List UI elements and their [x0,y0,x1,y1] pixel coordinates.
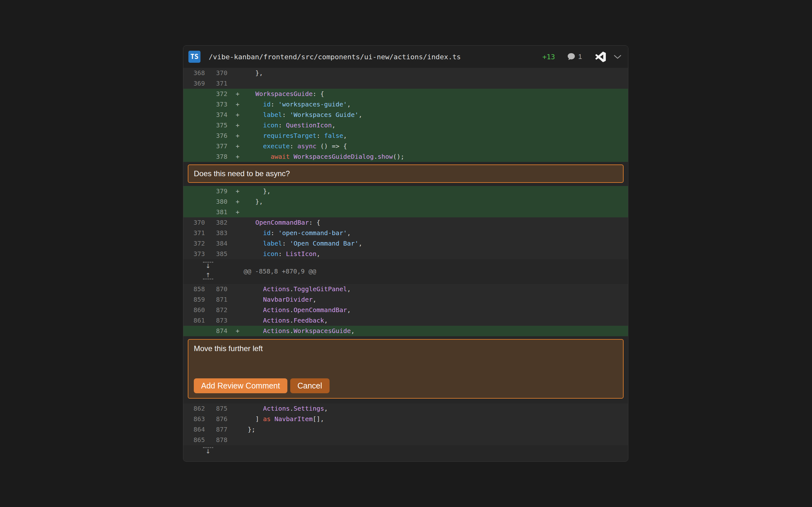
diff-row[interactable]: 379+ }, [183,186,628,196]
diff-row[interactable]: 863876 ] as NavbarItem[], [183,414,628,424]
dotted-line [203,279,213,279]
diff-row[interactable]: 865878 [183,435,628,445]
collapse-file-button[interactable] [613,54,622,59]
code-token: : [282,239,290,247]
diff-row[interactable]: 370382 OpenCommandBar: { [183,217,628,228]
code-token [248,250,263,258]
diff-row[interactable]: 874+ Actions.WorkspacesGuide, [183,326,628,336]
comment-input[interactable]: Move this further left [194,344,609,373]
old-line-number [183,130,205,141]
diff-row[interactable]: 380+ }, [183,196,628,207]
diff-row[interactable]: 862875 Actions.Settings, [183,403,628,414]
open-in-vscode-button[interactable] [595,52,606,62]
code-token: }, [248,198,263,205]
diff-row[interactable]: 368370 }, [183,68,628,78]
code-token: , [347,285,351,293]
code-token: : [270,229,278,237]
expand-down-button[interactable]: ↓ [203,261,213,269]
diff-row[interactable]: 377+ execute: async () => { [183,141,628,152]
new-line-number: 872 [205,305,227,315]
diff-marker [227,249,248,259]
review-comment[interactable]: Does this need to be async? [188,164,623,183]
diff-marker [227,238,248,249]
code-token [248,132,263,139]
new-line-number: 373 [205,99,227,110]
old-line-number: 373 [183,249,205,259]
arrow-down-icon: ↓ [203,449,213,454]
diff-row[interactable]: 374+ label: 'Workspaces Guide', [183,110,628,120]
old-line-number: 864 [183,424,205,435]
code-line: OpenCommandBar: { [248,217,628,228]
diff-row[interactable]: 860872 Actions.OpenCommandBar, [183,305,628,315]
arrow-up-icon: ↑ [203,273,213,278]
add-review-comment-button[interactable]: Add Review Comment [194,378,287,393]
comment-editor: Move this further leftAdd Review Comment… [188,339,623,399]
diff-row[interactable]: 378+ await WorkspacesGuideDialog.show(); [183,152,628,162]
diff-row[interactable]: 859871 NavbarDivider, [183,294,628,305]
old-line-number: 860 [183,305,205,315]
diff-row[interactable]: 369371 [183,78,628,89]
code-line: }, [248,68,628,78]
code-token: , [332,121,336,129]
old-line-number: 369 [183,78,205,89]
code-token: [], [313,415,324,423]
diff-row[interactable]: 376+ requiresTarget: false, [183,130,628,141]
diff-row[interactable]: 864877}; [183,424,628,435]
code-token: WorkspacesGuideDialog [294,153,374,160]
diff-marker [227,294,248,305]
code-token: : { [313,90,324,98]
diff-marker: + [227,207,248,217]
code-token: . [290,405,293,412]
code-token [248,121,263,129]
diff-row[interactable]: 858870 Actions.ToggleGitPanel, [183,284,628,294]
code-token: . [290,317,293,324]
diff-row[interactable]: 371383 id: 'open-command-bar', [183,228,628,238]
old-line-number: 372 [183,238,205,249]
cancel-button[interactable]: Cancel [290,378,329,393]
old-line-number: 865 [183,435,205,445]
diff-marker: + [227,326,248,336]
additions-count: +13 [542,53,555,61]
diff-marker [227,217,248,228]
header-actions: +13 1 [542,52,622,62]
old-line-number [183,326,205,336]
diff-row[interactable]: 373+ id: 'workspaces-guide', [183,99,628,110]
diff-marker [227,228,248,238]
code-line: execute: async () => { [248,141,628,152]
code-line: Actions.Settings, [248,403,628,414]
diff-marker: + [227,152,248,162]
code-token [248,111,263,118]
diff-row[interactable]: 381+ [183,207,628,217]
expand-up-button[interactable]: ↑ [203,273,213,280]
code-token: label [263,111,282,118]
code-token [248,317,263,324]
code-line: NavbarDivider, [248,294,628,305]
code-token: . [290,327,293,335]
diff-row[interactable]: 373385 icon: ListIcon, [183,249,628,259]
diff-row[interactable]: 375+ icon: QuestionIcon, [183,120,628,130]
diff-row[interactable]: 372+ WorkspacesGuide: { [183,89,628,99]
code-token [248,285,263,293]
file-header: TS /vibe-kanban/frontend/src/components/… [183,46,628,68]
diff-marker: + [227,99,248,110]
code-line: Actions.ToggleGitPanel, [248,284,628,294]
expand-region: ↓ [183,445,628,459]
code-line: icon: QuestionIcon, [248,120,628,130]
code-token: Feedback [294,317,324,324]
expand-down-button[interactable]: ↓ [203,447,213,454]
new-line-number: 384 [205,238,227,249]
diff-row[interactable]: 861873 Actions.Feedback, [183,315,628,326]
new-line-number: 372 [205,89,227,99]
code-token: Settings [294,405,324,412]
diff-marker [227,424,248,435]
code-token: , [358,111,362,118]
code-token: Actions [263,327,290,335]
code-token: show [377,153,393,160]
code-token [248,239,263,247]
new-line-number: 375 [205,120,227,130]
new-line-number: 374 [205,110,227,120]
code-line: Actions.WorkspacesGuide, [248,326,628,336]
code-token: 'Workspaces Guide' [290,111,358,118]
diff-row[interactable]: 372384 label: 'Open Command Bar', [183,238,628,249]
code-token: : [278,250,286,258]
